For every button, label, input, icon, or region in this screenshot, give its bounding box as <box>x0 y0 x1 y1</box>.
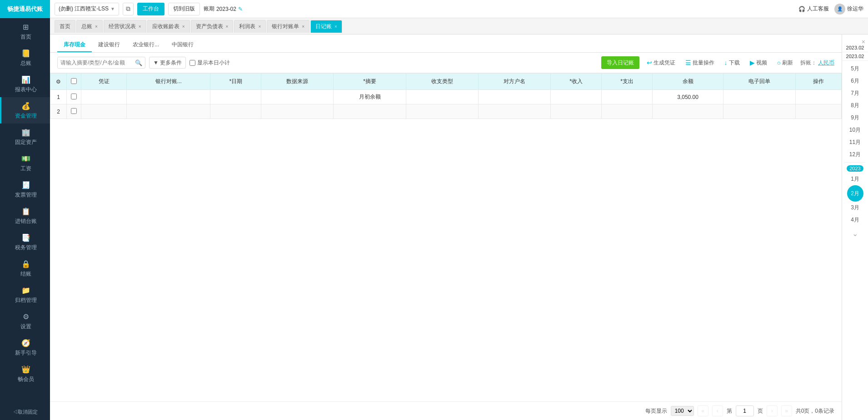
page-size-select[interactable]: 100 50 200 <box>671 406 694 416</box>
rp-month-11[interactable]: 11月 <box>842 136 868 148</box>
tab-general-close[interactable]: × <box>95 24 98 29</box>
rp-month-5[interactable]: 5月 <box>842 63 868 75</box>
col-settings[interactable]: ⚙ <box>50 74 67 90</box>
user-profile[interactable]: 👤 徐运华 <box>834 4 863 15</box>
sidebar-item-closing[interactable]: 🔒 结账 <box>0 255 50 282</box>
sidebar-item-purchase-sales[interactable]: 📋 进销台账 <box>0 203 50 229</box>
tab-journal[interactable]: 日记账 × <box>310 20 342 33</box>
tab-bank[interactable]: 银行对账单 × <box>267 20 309 33</box>
row1-checkbox[interactable] <box>67 90 81 104</box>
row1-select-checkbox[interactable] <box>71 94 77 99</box>
tab-home[interactable]: 首页 <box>55 20 75 33</box>
sub-tab-boc[interactable]: 中国银行 <box>165 38 200 52</box>
sidebar-item-label: 工资 <box>20 165 31 173</box>
row2-checkbox[interactable] <box>67 104 81 119</box>
tab-bank-close[interactable]: × <box>302 24 304 29</box>
search-box[interactable]: 🔍 <box>57 57 145 69</box>
tab-business[interactable]: 经营状况表 × <box>104 20 146 33</box>
sidebar-item-label: 归档管理 <box>15 296 37 304</box>
row2-select-checkbox[interactable] <box>71 108 77 114</box>
tab-assets[interactable]: 资产负债表 × <box>191 20 234 33</box>
show-daily-sum-checkbox[interactable] <box>190 60 195 66</box>
search-icon[interactable]: 🔍 <box>135 59 142 66</box>
period-edit-icon[interactable]: ✎ <box>238 6 243 12</box>
row2-voucher <box>81 104 127 119</box>
sidebar-item-settings[interactable]: ⚙ 设置 <box>0 308 50 334</box>
tab-home-label: 首页 <box>60 23 70 30</box>
sidebar-item-fixed-assets[interactable]: 🏢 固定资产 <box>0 124 50 150</box>
generate-voucher-action[interactable]: ↩ 生成凭证 <box>644 58 678 68</box>
sidebar-item-archive[interactable]: 📁 归档管理 <box>0 282 50 308</box>
sidebar-item-label: 新手引导 <box>15 349 37 357</box>
right-panel: × 2023.02 2023.02 5月 6月 7月 8月 9月 10月 11月… <box>842 35 868 420</box>
rp-month-6[interactable]: 6月 <box>842 75 868 87</box>
row1-summary: 月初余额 <box>334 90 406 104</box>
search-input[interactable] <box>60 59 133 66</box>
tab-assets-close[interactable]: × <box>226 24 229 29</box>
page-size-label: 每页显示 <box>645 407 667 415</box>
company-selector[interactable]: (勿删) 江西赣宝-LSS ▼ <box>55 3 119 15</box>
tab-journal-close[interactable]: × <box>334 24 337 29</box>
currency-link[interactable]: 人民币 <box>818 59 834 67</box>
rp-month-4[interactable]: 4月 <box>842 214 868 226</box>
sidebar-item-home[interactable]: ⊞ 首页 <box>0 18 50 44</box>
sidebar-item-salary[interactable]: 💵 工资 <box>0 150 50 176</box>
rp-month-12[interactable]: 12月 <box>842 148 868 161</box>
first-page-button[interactable]: « <box>698 405 708 416</box>
sidebar-item-invoice[interactable]: 🧾 发票管理 <box>0 176 50 203</box>
tab-profit[interactable]: 利润表 × <box>234 20 266 33</box>
close-panel-button[interactable]: × <box>860 36 867 47</box>
unpin-button[interactable]: ◁取消固定 <box>0 404 50 420</box>
import-button[interactable]: 导入日记账 <box>601 56 639 69</box>
sidebar-item-label: 固定资产 <box>15 138 37 146</box>
last-page-button[interactable]: » <box>781 405 792 416</box>
col-date: *日期 <box>210 74 261 90</box>
sidebar-item-guide[interactable]: 🧭 新手引导 <box>0 334 50 361</box>
prev-page-button[interactable]: ‹ <box>712 405 723 416</box>
copy-button[interactable]: ⧉ <box>123 3 134 15</box>
col-checkbox[interactable] <box>67 74 81 90</box>
filter-icon: ▼ <box>153 59 159 66</box>
rp-month-8[interactable]: 8月 <box>842 99 868 112</box>
sidebar-item-assets-mgmt[interactable]: 💰 资金管理 <box>0 97 50 124</box>
rp-month-10[interactable]: 10月 <box>842 124 868 136</box>
sidebar-item-label: 总账 <box>20 59 31 67</box>
old-version-button[interactable]: 切到旧版 <box>168 3 200 15</box>
tab-receivable-close[interactable]: × <box>182 24 185 29</box>
refresh-action[interactable]: ○ 刷新 <box>774 58 796 68</box>
next-page-button[interactable]: › <box>767 405 778 416</box>
tab-business-close[interactable]: × <box>139 24 141 29</box>
download-action[interactable]: ↓ 下载 <box>722 58 743 68</box>
tab-profit-close[interactable]: × <box>258 24 261 29</box>
page-number-input[interactable] <box>736 405 754 416</box>
sidebar-item-member[interactable]: 👑 畅会员 <box>0 361 50 387</box>
filter-button[interactable]: ▼ 更多条件 <box>149 57 186 69</box>
rp-scroll-down-icon[interactable]: ⌄ <box>851 228 859 239</box>
sidebar-item-tax[interactable]: 📑 税务管理 <box>0 229 50 255</box>
col-balance: 余额 <box>653 74 723 90</box>
reports-icon: 📊 <box>21 75 30 84</box>
tab-general[interactable]: 总账 × <box>76 20 103 33</box>
sidebar-item-label: 结账 <box>20 270 31 278</box>
rp-month-7[interactable]: 7月 <box>842 87 868 99</box>
sidebar-item-reports[interactable]: 📊 报表中心 <box>0 71 50 97</box>
customer-service[interactable]: 🎧 人工客服 <box>798 5 829 13</box>
workspace-button[interactable]: 工作台 <box>137 3 165 15</box>
show-daily-sum-label[interactable]: 显示本日小计 <box>190 59 230 67</box>
sub-tab-ccb[interactable]: 建设银行 <box>92 38 126 52</box>
content-with-panel: 库存现金 建设银行 农业银行... 中国银行 🔍 ▼ 更多条件 <box>50 35 868 420</box>
rp-month-2[interactable]: 2月 <box>847 185 863 202</box>
row2-bank-ref <box>127 104 210 119</box>
video-action[interactable]: ▶ 视频 <box>747 58 770 68</box>
tab-receivable[interactable]: 应收账龄表 × <box>147 20 190 33</box>
select-all-checkbox[interactable] <box>71 78 77 84</box>
rp-month-9[interactable]: 9月 <box>842 112 868 124</box>
batch-op-action[interactable]: ☰ 批量操作 <box>683 58 717 68</box>
rp-month-3[interactable]: 3月 <box>842 202 868 214</box>
sub-tab-cash[interactable]: 库存现金 <box>57 38 92 52</box>
sidebar-item-ledger[interactable]: 📒 总账 <box>0 44 50 71</box>
sub-tab-abc[interactable]: 农业银行... <box>126 38 165 52</box>
rp-month-1[interactable]: 1月 <box>842 173 868 185</box>
row2-num: 2 <box>50 104 67 119</box>
month-list-top: 5月 6月 7月 8月 9月 10月 11月 12月 <box>842 61 868 161</box>
